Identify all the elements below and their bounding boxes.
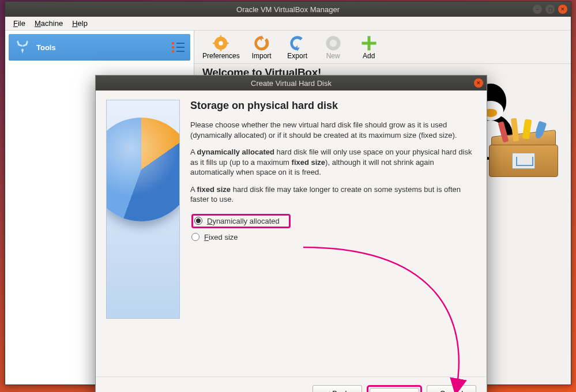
minimize-button[interactable]: – (533, 5, 542, 14)
svg-rect-4 (213, 42, 216, 44)
radio-fixed-size[interactable]: Fixed size (190, 231, 476, 244)
dialog-title: Create Virtual Hard Disk (251, 79, 332, 88)
next-button[interactable]: Next > (370, 388, 419, 392)
cancel-button[interactable]: Cancel (427, 385, 476, 392)
toolbar-import[interactable]: Import (244, 32, 279, 63)
svg-point-7 (329, 39, 337, 47)
export-icon (289, 35, 306, 52)
dialog-close-button[interactable]: ✕ (474, 78, 483, 88)
radio-dynamically-allocated[interactable]: Dynamically allocated (190, 212, 476, 231)
dialog-paragraph-2: A dynamically allocated hard disk file w… (190, 147, 476, 178)
main-window-titlebar[interactable]: Oracle VM VirtualBox Manager – ◻ ✕ (5, 2, 571, 17)
list-menu-icon[interactable] (172, 42, 185, 52)
svg-rect-5 (226, 42, 229, 44)
main-window-title: Oracle VM VirtualBox Manager (5, 5, 571, 14)
menu-file[interactable]: File (9, 17, 30, 29)
sidebar-tools-tile[interactable]: Tools (9, 34, 190, 61)
dialog-heading: Storage on physical hard disk (190, 100, 476, 112)
menu-machine[interactable]: Machine (30, 17, 67, 29)
dialog-footer: < Back Next > Cancel (96, 376, 487, 392)
svg-point-1 (219, 41, 224, 46)
svg-rect-2 (220, 35, 222, 38)
toolbar-add[interactable]: Add (352, 32, 386, 63)
svg-rect-9 (362, 42, 376, 44)
gear-icon (212, 35, 229, 52)
maximize-button[interactable]: ◻ (545, 5, 555, 14)
dialog-paragraph-3: A fixed size hard disk file may take lon… (190, 184, 476, 205)
toolbar: Preferences Import Export New (194, 31, 571, 64)
toolbar-new: New (316, 32, 351, 63)
close-button[interactable]: ✕ (558, 5, 567, 14)
tools-icon (14, 39, 31, 55)
menu-help[interactable]: Help (67, 17, 92, 29)
new-icon (325, 35, 342, 52)
dialog-titlebar[interactable]: Create Virtual Hard Disk ✕ (96, 76, 487, 91)
menubar: File Machine Help (5, 17, 571, 31)
sidebar-tools-label: Tools (36, 43, 172, 52)
radio-fixed-input[interactable] (191, 233, 199, 241)
add-icon (360, 35, 378, 52)
dialog-illustration (106, 100, 180, 319)
import-icon (253, 35, 270, 52)
back-button[interactable]: < Back (313, 385, 362, 392)
dialog-paragraph-1: Please choose whether the new virtual ha… (190, 120, 476, 140)
toolbar-preferences[interactable]: Preferences (199, 32, 243, 63)
toolbar-export[interactable]: Export (280, 32, 315, 63)
create-virtual-hard-disk-dialog: Create Virtual Hard Disk ✕ Storage on ph… (95, 75, 487, 392)
radio-dynamic-input[interactable] (194, 217, 202, 225)
svg-rect-3 (220, 48, 222, 51)
